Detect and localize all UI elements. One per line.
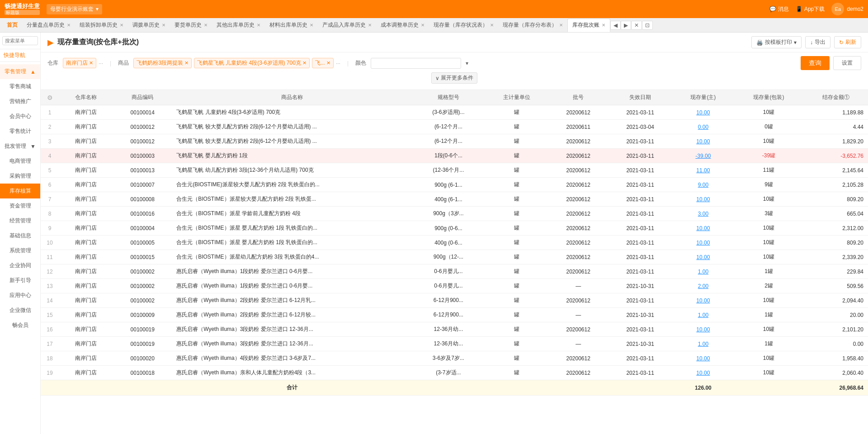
tab-close-3[interactable]: ✕ bbox=[162, 23, 165, 28]
sidebar-item-app-center[interactable]: 应用中心 bbox=[0, 288, 40, 303]
tab-6[interactable]: 材料出库单历史 ✕ bbox=[265, 19, 318, 32]
print-btn[interactable]: 🖨️ 按模板打印 ▾ bbox=[751, 36, 802, 48]
settings-btn[interactable]: 设置 bbox=[833, 56, 861, 70]
tab-close-11[interactable]: ✕ bbox=[602, 23, 605, 28]
row-expire: 2021-10-31 bbox=[608, 308, 673, 322]
row-qty-main[interactable]: 10.00 bbox=[673, 236, 733, 250]
tab-close-6[interactable]: ✕ bbox=[310, 23, 313, 28]
sidebar-item-wholesale[interactable]: 批发管理 ▼ bbox=[0, 139, 40, 154]
tab-9[interactable]: 现存量（库存状况表） ✕ bbox=[429, 19, 498, 32]
sidebar-item-purchase[interactable]: 采购管理 bbox=[0, 169, 40, 184]
sidebar-item-newbie[interactable]: 新手引导 bbox=[0, 273, 40, 288]
sidebar-item-member[interactable]: 会员中心 bbox=[0, 109, 40, 124]
warehouse-more[interactable]: ··· bbox=[99, 60, 103, 66]
row-qty-main[interactable]: 1.00 bbox=[673, 308, 733, 322]
message-btn[interactable]: 💬 消息 bbox=[769, 5, 789, 13]
tab-prev[interactable]: ◀ bbox=[610, 21, 621, 30]
quick-nav[interactable]: 快捷导航 bbox=[0, 49, 40, 62]
tab-next[interactable]: ▶ bbox=[621, 21, 631, 30]
color-input[interactable] bbox=[371, 58, 461, 69]
user-area[interactable]: Ea demo2 bbox=[831, 3, 863, 15]
row-qty-main[interactable]: 9.00 bbox=[673, 178, 733, 192]
warehouse-tag-close[interactable]: ✕ bbox=[89, 60, 93, 66]
sidebar-item-retail[interactable]: 零售管理 ▲ bbox=[0, 64, 40, 79]
goods-more[interactable]: ··· bbox=[336, 60, 340, 66]
row-qty-main[interactable]: 10.00 bbox=[673, 322, 733, 337]
expand-icon[interactable]: ▶ bbox=[47, 38, 54, 47]
row-qty-main[interactable]: 10.00 bbox=[673, 221, 733, 236]
row-qty-main[interactable]: 2.00 bbox=[673, 279, 733, 293]
sidebar-item-finance[interactable]: 资金管理 bbox=[0, 198, 40, 213]
row-unit: 罐 bbox=[485, 207, 549, 221]
refresh-btn[interactable]: ↻ 刷新 bbox=[834, 36, 861, 48]
tab-close-2[interactable]: ✕ bbox=[120, 23, 123, 28]
goods-tag-0[interactable]: 飞鹤奶粉3段两提装 ✕ bbox=[133, 58, 192, 68]
sidebar-item-system[interactable]: 系统管理 bbox=[0, 243, 40, 258]
table-row: 12 南岸门店 00100002 惠氏启睿（Wyeth illuma）1段奶粉 … bbox=[41, 264, 868, 279]
color-dropdown-icon[interactable]: ▾ bbox=[466, 60, 468, 66]
app-download-btn[interactable]: 📱 App下载 bbox=[796, 5, 825, 13]
tab-close-4[interactable]: ✕ bbox=[204, 23, 208, 28]
tab-1[interactable]: 分量盘点单历史 ✕ bbox=[22, 19, 75, 32]
tab-7[interactable]: 产成品入库单历史 ✕ bbox=[318, 19, 376, 32]
tab-close-7[interactable]: ✕ bbox=[368, 23, 372, 28]
tab-close-5[interactable]: ✕ bbox=[257, 23, 260, 28]
row-amount: 1,189.88 bbox=[804, 105, 868, 120]
row-qty-main[interactable]: 1.00 bbox=[673, 264, 733, 279]
row-qty-main[interactable]: -39.00 bbox=[673, 149, 733, 163]
tab-menu[interactable]: ⊡ bbox=[642, 21, 653, 30]
company-selector[interactable]: 母婴行业演示账套 ▾ bbox=[47, 4, 102, 14]
row-qty-main[interactable]: 10.00 bbox=[673, 250, 733, 264]
tab-10[interactable]: 现存量（库存分布表） ✕ bbox=[498, 19, 567, 32]
row-qty-main[interactable]: 10.00 bbox=[673, 105, 733, 120]
sidebar-item-enterprise[interactable]: 企业协同 bbox=[0, 258, 40, 273]
row-qty-main[interactable]: 0.00 bbox=[673, 120, 733, 134]
search-input[interactable] bbox=[2, 36, 38, 45]
goods-tag-close-2[interactable]: ✕ bbox=[326, 60, 330, 66]
sidebar-item-retail-stats[interactable]: 零售统计 bbox=[0, 124, 40, 139]
row-qty-main[interactable]: 1.00 bbox=[673, 337, 733, 351]
row-qty-main[interactable]: 10.00 bbox=[673, 134, 733, 149]
tab-close-current[interactable]: ✕ bbox=[631, 21, 642, 30]
row-warehouse: 南岸门店 bbox=[59, 192, 113, 207]
sidebar-item-basic-info[interactable]: 基础信息 bbox=[0, 228, 40, 243]
sidebar-item-marketing[interactable]: 营销推广 bbox=[0, 94, 40, 109]
tab-close-1[interactable]: ✕ bbox=[67, 23, 71, 28]
tab-close-10[interactable]: ✕ bbox=[559, 23, 563, 28]
tab-11[interactable]: 库存批次账 ✕ bbox=[567, 19, 610, 32]
sidebar-item-inventory[interactable]: 库存核算 bbox=[0, 184, 40, 198]
goods-tag-1[interactable]: 飞鹤星飞帆 儿童奶粉 4段(3-6岁适用) 700克 ✕ bbox=[194, 58, 310, 68]
col-settings[interactable]: ⚙ bbox=[41, 90, 59, 105]
tab-2[interactable]: 组装拆卸单历史 ✕ bbox=[75, 19, 128, 32]
row-qty-main[interactable]: 10.00 bbox=[673, 192, 733, 207]
warehouse-tag[interactable]: 南岸门店 ✕ bbox=[63, 58, 96, 68]
row-qty-main[interactable]: 10.00 bbox=[673, 366, 733, 380]
goods-tag-close-1[interactable]: ✕ bbox=[302, 60, 307, 66]
row-qty-main[interactable]: 11.00 bbox=[673, 163, 733, 178]
logo-text: 畅捷通好生意 bbox=[5, 3, 40, 9]
goods-tag-2[interactable]: 飞... ✕ bbox=[312, 58, 334, 68]
row-qty-main[interactable]: 3.00 bbox=[673, 207, 733, 221]
tab-5[interactable]: 其他出库单历史 ✕ bbox=[212, 19, 265, 32]
tab-8[interactable]: 成本调整单历史 ✕ bbox=[376, 19, 429, 32]
tab-3[interactable]: 调拨单历史 ✕ bbox=[128, 19, 170, 32]
sidebar-item-operations[interactable]: 经营管理 bbox=[0, 213, 40, 228]
tab-home[interactable]: 首页 bbox=[2, 19, 22, 32]
sidebar-item-wechat[interactable]: 企业微信 bbox=[0, 303, 40, 318]
row-code: 00100002 bbox=[113, 279, 172, 293]
row-no: 10 bbox=[41, 236, 59, 250]
export-btn[interactable]: ↓ 导出 bbox=[805, 36, 830, 48]
print-dropdown-icon[interactable]: ▾ bbox=[794, 39, 797, 46]
goods-tag-close-0[interactable]: ✕ bbox=[184, 60, 189, 66]
row-qty-main[interactable]: 10.00 bbox=[673, 351, 733, 366]
sidebar-item-member2[interactable]: 畅会员 bbox=[0, 318, 40, 333]
row-no: 16 bbox=[41, 322, 59, 337]
query-btn[interactable]: 查询 bbox=[801, 56, 830, 70]
sidebar-item-retail-mall[interactable]: 零售商城 bbox=[0, 79, 40, 94]
tab-close-9[interactable]: ✕ bbox=[490, 23, 494, 28]
expand-more-btn[interactable]: ∨ 展开更多条件 bbox=[431, 72, 477, 84]
row-qty-main[interactable]: 10.00 bbox=[673, 293, 733, 308]
tab-4[interactable]: 要货单历史 ✕ bbox=[170, 19, 212, 32]
sidebar-item-ecommerce[interactable]: 电商管理 bbox=[0, 154, 40, 169]
tab-close-8[interactable]: ✕ bbox=[421, 23, 425, 28]
